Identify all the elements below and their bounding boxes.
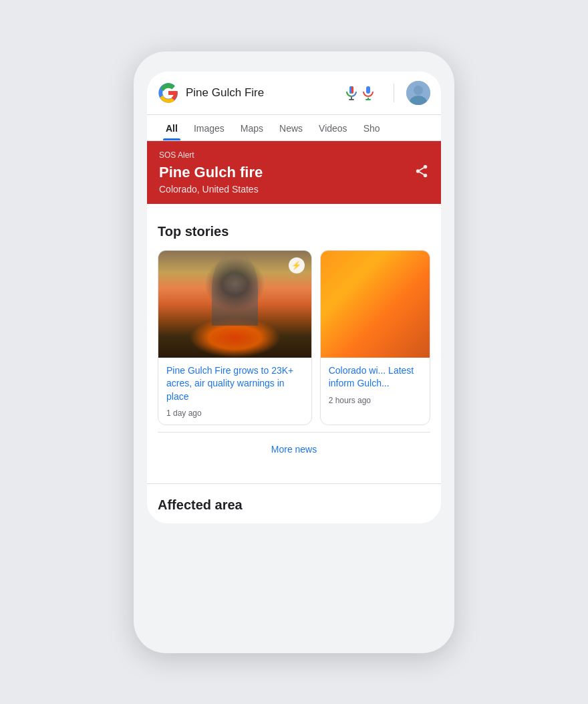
avatar[interactable] xyxy=(406,81,430,105)
story-title-1: Pine Gulch Fire grows to 23K+ acres, air… xyxy=(166,364,303,404)
more-news-link[interactable]: More news xyxy=(271,444,317,455)
top-stories-title: Top stories xyxy=(158,224,430,239)
nav-tabs: All Images Maps News Videos Sho xyxy=(147,115,441,141)
story-image-1: ⚡ xyxy=(158,251,311,358)
mic-icon xyxy=(360,85,376,101)
svg-point-10 xyxy=(414,86,423,95)
story-card-2[interactable]: Colorado wi... Latest inform Gulch... 2 … xyxy=(320,250,430,426)
story-card-1[interactable]: ⚡ Pine Gulch Fire grows to 23K+ acres, a… xyxy=(158,250,312,426)
affected-area-title: Affected area xyxy=(158,497,430,513)
top-stories-section: Top stories ⚡ Pine Gulch Fire grows to 2… xyxy=(147,211,441,477)
orange-scene-image xyxy=(321,251,430,358)
svg-rect-6 xyxy=(351,86,353,94)
svg-line-15 xyxy=(420,172,424,174)
sos-alert-banner: SOS Alert Pine Gulch fire Colorado, Unit… xyxy=(147,141,441,204)
tab-images[interactable]: Images xyxy=(186,115,233,140)
svg-rect-3 xyxy=(366,86,370,94)
tab-all[interactable]: All xyxy=(158,115,186,140)
google-logo xyxy=(158,82,179,104)
search-input-value[interactable]: Pine Gulch Fire xyxy=(186,86,353,100)
svg-point-14 xyxy=(424,173,428,177)
story-time-1: 1 day ago xyxy=(166,408,303,418)
search-bar[interactable]: Pine Gulch Fire xyxy=(147,72,441,115)
svg-line-16 xyxy=(420,167,424,170)
more-news-section: More news xyxy=(158,432,430,466)
lightning-badge: ⚡ xyxy=(289,257,305,273)
phone-inner: Pine Gulch Fire xyxy=(147,72,441,524)
stories-row: ⚡ Pine Gulch Fire grows to 23K+ acres, a… xyxy=(158,250,430,426)
svg-rect-5 xyxy=(349,86,351,94)
phone-frame: Pine Gulch Fire xyxy=(134,51,454,653)
sos-title: Pine Gulch fire xyxy=(159,164,429,181)
svg-rect-2 xyxy=(365,99,371,100)
svg-rect-8 xyxy=(349,99,354,100)
sos-subtitle: Colorado, United States xyxy=(159,184,429,195)
avatar-image xyxy=(406,81,430,105)
microphone-button[interactable] xyxy=(360,85,376,101)
divider xyxy=(394,84,394,102)
share-icon xyxy=(414,164,429,179)
affected-area-section: Affected area xyxy=(147,483,441,523)
story-content-2: Colorado wi... Latest inform Gulch... 2 … xyxy=(321,358,430,412)
story-title-2: Colorado wi... Latest inform Gulch... xyxy=(329,364,422,390)
smoke-plume xyxy=(212,251,258,326)
mic-icon-colored xyxy=(343,84,360,102)
sos-badge: SOS Alert xyxy=(159,150,429,160)
tab-shopping[interactable]: Sho xyxy=(355,115,388,140)
tab-news[interactable]: News xyxy=(271,115,311,140)
share-button[interactable] xyxy=(414,164,429,181)
tab-videos[interactable]: Videos xyxy=(311,115,355,140)
tab-maps[interactable]: Maps xyxy=(233,115,271,140)
svg-point-12 xyxy=(424,164,428,168)
svg-point-13 xyxy=(416,169,420,173)
story-time-2: 2 hours ago xyxy=(329,396,422,405)
story-image-2 xyxy=(321,251,430,358)
story-content-1: Pine Gulch Fire grows to 23K+ acres, air… xyxy=(158,358,311,425)
